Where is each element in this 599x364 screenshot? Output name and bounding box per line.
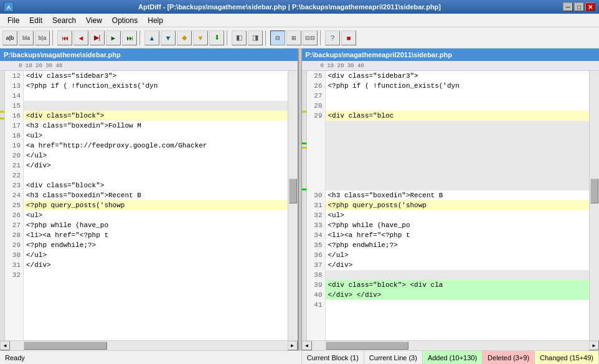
tb-copy-left[interactable]: ◧ bbox=[232, 30, 247, 45]
tb-download[interactable]: ⬇ bbox=[209, 30, 224, 45]
menu-file[interactable]: File bbox=[2, 15, 24, 26]
tb-down[interactable]: ▼ bbox=[161, 30, 176, 45]
line-number: 22 bbox=[5, 170, 21, 180]
line-number: 19 bbox=[5, 141, 21, 151]
code-line: <?php endwhile;?> bbox=[326, 240, 590, 250]
right-scroll-thumb[interactable] bbox=[590, 179, 598, 203]
code-line: <?php while (have_po bbox=[326, 220, 590, 230]
status-bar: Ready Current Block (1) Current Line (3)… bbox=[0, 350, 599, 364]
code-line bbox=[326, 151, 590, 161]
tb-bookmark2[interactable]: ▼ bbox=[193, 30, 208, 45]
line-number: 23 bbox=[5, 180, 21, 190]
code-line: </div> bbox=[24, 161, 288, 170]
left-header-text: P:\backups\magatheme\sidebar.php bbox=[4, 51, 121, 58]
left-scroll-right[interactable]: ► bbox=[288, 341, 298, 350]
code-line: <div class="sidebar3"> bbox=[326, 71, 590, 81]
code-line: <div class="block"> <div cla bbox=[326, 280, 590, 290]
code-line bbox=[326, 170, 590, 180]
right-scroll-left[interactable]: ◄ bbox=[302, 341, 312, 350]
tb-bookmark[interactable]: ◆ bbox=[177, 30, 192, 45]
tb-last-diff[interactable]: ⏭ bbox=[122, 30, 137, 45]
right-line-numbers: 2526272829303132333435363738394041 bbox=[307, 71, 326, 340]
copy-left-icon: ◧ bbox=[236, 34, 242, 42]
unk1-icon: ▶| bbox=[94, 34, 101, 42]
code-line: </div> bbox=[24, 260, 288, 270]
code-line: <?php query_posts('showp bbox=[24, 200, 288, 210]
prev-diff-icon: ◄ bbox=[78, 34, 85, 42]
tb-up[interactable]: ▲ bbox=[144, 30, 159, 45]
close-button[interactable]: ✕ bbox=[585, 2, 595, 11]
tb-next-diff[interactable]: ► bbox=[106, 30, 121, 45]
line-number: 32 bbox=[307, 210, 323, 220]
next-diff-icon: ► bbox=[110, 34, 117, 42]
toolbar-separator-1 bbox=[52, 30, 55, 45]
line-number: 41 bbox=[307, 300, 323, 310]
left-line-numbers: 1213141516171819202122232425262728293031… bbox=[5, 71, 24, 340]
line-number: 13 bbox=[5, 81, 21, 91]
view3-icon: ⊟⊟ bbox=[305, 35, 315, 41]
minimize-button[interactable]: ─ bbox=[563, 2, 573, 11]
left-hscroll-thumb[interactable] bbox=[24, 342, 107, 350]
menu-help[interactable]: Help bbox=[143, 15, 168, 26]
code-line: <?php query_posts('showp bbox=[326, 200, 590, 210]
tb-compare-regex[interactable]: b|a bbox=[35, 30, 50, 45]
code-line: </ul> bbox=[24, 250, 288, 260]
tb-compare-words[interactable]: bla bbox=[19, 30, 34, 45]
right-scrollbar[interactable] bbox=[589, 71, 599, 340]
menu-view[interactable]: View bbox=[81, 15, 107, 26]
toolbar-separator-5 bbox=[320, 30, 323, 45]
left-scroll-left[interactable]: ◄ bbox=[0, 341, 10, 350]
tb-copy-right[interactable]: ◨ bbox=[248, 30, 263, 45]
left-ruler: 0 10 20 30 40 bbox=[0, 61, 298, 71]
code-line bbox=[326, 180, 590, 190]
left-code-area[interactable]: <div class="sidebar3"> <?php if ( !funct… bbox=[24, 71, 288, 340]
left-hscrollbar: ◄ ► bbox=[0, 340, 298, 350]
right-hscroll-thumb[interactable] bbox=[326, 342, 409, 350]
line-number bbox=[307, 170, 323, 180]
tb-unk1[interactable]: ▶| bbox=[90, 30, 105, 45]
left-panel-body: 1213141516171819202122232425262728293031… bbox=[0, 71, 298, 340]
tb-view3[interactable]: ⊟⊟ bbox=[303, 30, 318, 45]
line-number: 17 bbox=[5, 121, 21, 131]
title-controls: ─ □ ✕ bbox=[563, 2, 595, 11]
code-line: <h3 class="boxedin">Follow M bbox=[24, 121, 288, 131]
status-current-line: Current Line (3) bbox=[364, 351, 423, 364]
title-text: AptDiff - [P:\backups\magatheme\sidebar.… bbox=[16, 3, 563, 11]
menu-search[interactable]: Search bbox=[47, 15, 81, 26]
right-scroll-right[interactable]: ► bbox=[589, 341, 599, 350]
menu-options[interactable]: Options bbox=[107, 15, 143, 26]
tb-stop[interactable]: ■ bbox=[341, 30, 356, 45]
tb-compare-chars[interactable]: a|b bbox=[2, 30, 17, 45]
line-number: 31 bbox=[5, 260, 21, 270]
left-hscroll-track[interactable] bbox=[10, 341, 288, 350]
right-hscroll-track[interactable] bbox=[312, 341, 590, 350]
bookmark2-icon: ▼ bbox=[197, 34, 204, 42]
code-line: <?php if ( !function_exists('dyn bbox=[24, 81, 288, 91]
code-line bbox=[24, 170, 288, 180]
menu-edit[interactable]: Edit bbox=[24, 15, 47, 26]
status-added: Added (10+130) bbox=[423, 351, 483, 364]
tb-help[interactable]: ? bbox=[325, 30, 340, 45]
line-number: 25 bbox=[307, 71, 323, 81]
right-code-area[interactable]: <div class="sidebar3"> <?php if ( !funct… bbox=[326, 71, 590, 340]
title-icon: A bbox=[4, 2, 14, 12]
maximize-button[interactable]: □ bbox=[574, 2, 584, 11]
line-number: 12 bbox=[5, 71, 21, 81]
tb-prev-diff[interactable]: ◄ bbox=[73, 30, 88, 45]
line-number: 18 bbox=[5, 131, 21, 141]
compare-words-icon: bla bbox=[22, 35, 30, 41]
code-line: <div class="block"> bbox=[24, 180, 288, 190]
tb-first-diff[interactable]: ⏮ bbox=[57, 30, 72, 45]
line-number: 26 bbox=[5, 210, 21, 220]
tb-view1[interactable]: ⊟ bbox=[270, 30, 285, 45]
tb-view2[interactable]: ⊞ bbox=[286, 30, 301, 45]
compare-chars-icon: a|b bbox=[6, 35, 14, 41]
line-number: 29 bbox=[5, 240, 21, 250]
line-number: 30 bbox=[5, 250, 21, 260]
right-panel-body: 2526272829303132333435363738394041 <div … bbox=[302, 71, 600, 340]
left-scroll-thumb[interactable] bbox=[289, 179, 297, 203]
left-scrollbar[interactable] bbox=[288, 71, 298, 340]
line-number bbox=[307, 180, 323, 190]
toolbar-separator-4 bbox=[265, 30, 268, 45]
left-panel: P:\backups\magatheme\sidebar.php 0 10 20… bbox=[0, 49, 298, 350]
